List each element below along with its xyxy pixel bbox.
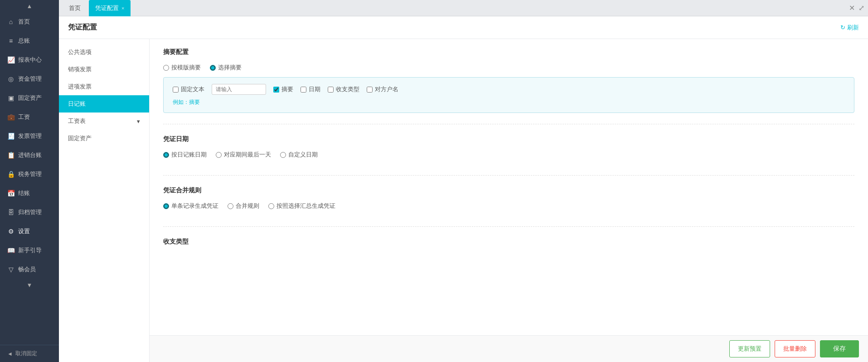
funds-icon: ◎ — [7, 75, 15, 83]
radio-select-summary-voucher[interactable]: 按照选择汇总生成凭证 — [268, 202, 335, 210]
tab-home[interactable]: 首页 — [63, 0, 87, 16]
sidebar-item-reports[interactable]: 📈 报表中心 — [0, 50, 59, 69]
reports-icon: 📈 — [7, 56, 15, 64]
date-radio-row: 按日记账日期 对应期间最后一天 自定义日期 — [163, 151, 854, 159]
sidebar-item-tax[interactable]: 🔒 税务管理 — [0, 165, 59, 184]
tab-bar: 首页 凭证配置 × ✕ ⤢ — [59, 0, 868, 16]
radio-select-summary[interactable]: 选择摘要 — [210, 64, 242, 72]
sidebar: ▲ ⌂ 首页 ≡ 总账 📈 报表中心 ◎ 资金管理 ▣ 固定资产 💼 工资 🧾 … — [0, 0, 59, 362]
purchase-ledger-icon: 📋 — [7, 152, 15, 159]
checkbox-income-type[interactable]: 收支类型 — [328, 85, 359, 93]
sidebar-item-settings[interactable]: ⚙ 设置 — [0, 222, 59, 241]
summary-config-box: 固定文本 摘要 日期 — [163, 77, 854, 113]
window-close-icon[interactable]: ✕ — [849, 4, 855, 12]
settings-icon: ⚙ — [7, 228, 15, 235]
radio-single-record[interactable]: 单条记录生成凭证 — [163, 202, 218, 210]
merge-radio-row: 单条记录生成凭证 合并规则 按照选择汇总生成凭证 — [163, 202, 854, 210]
sidebar-item-member[interactable]: ▽ 畅会员 — [0, 260, 59, 279]
right-content: 摘要配置 按模版摘要 选择摘要 — [150, 39, 868, 335]
tab-close-icon[interactable]: × — [121, 5, 124, 11]
example-text: 例如：摘要 — [173, 98, 845, 106]
radio-template-summary[interactable]: 按模版摘要 — [163, 64, 201, 72]
summary-radio-row: 按模版摘要 选择摘要 — [163, 64, 854, 72]
merge-title: 凭证合并规则 — [163, 186, 854, 195]
nav-item-payroll-table[interactable]: 工资表 ▾ — [59, 113, 149, 130]
assets-icon: ▣ — [7, 94, 15, 102]
page-header: 凭证配置 ↻ 刷新 — [59, 16, 868, 39]
sidebar-item-close[interactable]: 📅 结账 — [0, 184, 59, 203]
nav-item-journal[interactable]: 日记账 — [59, 95, 149, 113]
window-expand-icon[interactable]: ⤢ — [858, 4, 864, 12]
save-button[interactable]: 保存 — [820, 340, 859, 357]
checkbox-date[interactable]: 日期 — [301, 85, 320, 93]
nav-item-sales-invoice[interactable]: 销项发票 — [59, 61, 149, 78]
income-type-title: 收支类型 — [163, 238, 854, 246]
batch-delete-button[interactable]: 批量删除 — [775, 340, 815, 357]
sidebar-scroll-down[interactable]: ▼ — [0, 279, 59, 291]
chevron-down-icon: ▾ — [137, 118, 140, 125]
checkbox-fixed-text[interactable]: 固定文本 — [173, 85, 204, 93]
tab-controls: ✕ ⤢ — [849, 4, 864, 12]
sidebar-item-purchase-ledger[interactable]: 📋 进销台账 — [0, 146, 59, 165]
summary-title: 摘要配置 — [163, 48, 854, 56]
date-section: 凭证日期 按日记账日期 对应期间最后一天 自定义日期 — [163, 135, 854, 176]
radio-last-day[interactable]: 对应期间最后一天 — [216, 151, 271, 159]
merge-section: 凭证合并规则 单条记录生成凭证 合并规则 按照选择汇总生成凭证 — [163, 186, 854, 227]
guide-icon: 📖 — [7, 247, 15, 254]
nav-item-public[interactable]: 公共选项 — [59, 44, 149, 61]
member-icon: ▽ — [7, 266, 15, 273]
sidebar-item-guide[interactable]: 📖 新手引导 — [0, 241, 59, 260]
radio-merge-rule[interactable]: 合并规则 — [228, 202, 259, 210]
nav-item-fixed-assets[interactable]: 固定资产 — [59, 130, 149, 147]
checkbox-summary[interactable]: 摘要 — [273, 85, 293, 93]
home-icon: ⌂ — [7, 18, 15, 25]
refresh-button[interactable]: ↻ 刷新 — [840, 24, 859, 32]
summary-section: 摘要配置 按模版摘要 选择摘要 — [163, 48, 854, 124]
ledger-icon: ≡ — [7, 37, 15, 44]
income-type-section: 收支类型 — [163, 238, 854, 264]
date-title: 凭证日期 — [163, 135, 854, 143]
sidebar-item-invoice-mgmt[interactable]: 🧾 发票管理 — [0, 127, 59, 146]
content-area: 公共选项 销项发票 进项发票 日记账 工资表 ▾ 固定资产 — [59, 39, 868, 362]
bottom-action-bar: 更新预置 批量删除 保存 — [150, 335, 868, 362]
radio-journal-date[interactable]: 按日记账日期 — [163, 151, 207, 159]
invoice-mgmt-icon: 🧾 — [7, 132, 15, 140]
sidebar-item-assets[interactable]: ▣ 固定资产 — [0, 88, 59, 108]
sidebar-item-home[interactable]: ⌂ 首页 — [0, 12, 59, 31]
nav-item-purchase-invoice[interactable]: 进项发票 — [59, 78, 149, 95]
summary-checkbox-row: 固定文本 摘要 日期 — [173, 84, 845, 95]
fixed-text-input[interactable] — [212, 84, 266, 95]
pin-icon: ◄ — [7, 351, 13, 357]
sidebar-item-salary[interactable]: 💼 工资 — [0, 108, 59, 127]
page-title: 凭证配置 — [68, 23, 97, 32]
left-nav: 公共选项 销项发票 进项发票 日记账 工资表 ▾ 固定资产 — [59, 39, 150, 362]
checkbox-counterparty[interactable]: 对方户名 — [367, 85, 398, 93]
tax-icon: 🔒 — [7, 171, 15, 178]
radio-custom-date[interactable]: 自定义日期 — [280, 151, 318, 159]
refresh-icon: ↻ — [840, 24, 845, 31]
close-account-icon: 📅 — [7, 190, 15, 197]
tab-voucher-config[interactable]: 凭证配置 × — [89, 0, 131, 16]
sidebar-item-archive[interactable]: 🗄 归档管理 — [0, 203, 59, 222]
sidebar-scroll-up[interactable]: ▲ — [0, 0, 59, 12]
sidebar-item-funds[interactable]: ◎ 资金管理 — [0, 69, 59, 88]
update-preview-button[interactable]: 更新预置 — [729, 340, 770, 357]
archive-icon: 🗄 — [7, 209, 15, 216]
main-area: 首页 凭证配置 × ✕ ⤢ 凭证配置 ↻ 刷新 公共选项 销项发票 进 — [59, 0, 868, 362]
sidebar-unpin-button[interactable]: ◄ 取消固定 — [0, 345, 59, 362]
sidebar-item-ledger[interactable]: ≡ 总账 — [0, 31, 59, 50]
salary-icon: 💼 — [7, 113, 15, 121]
